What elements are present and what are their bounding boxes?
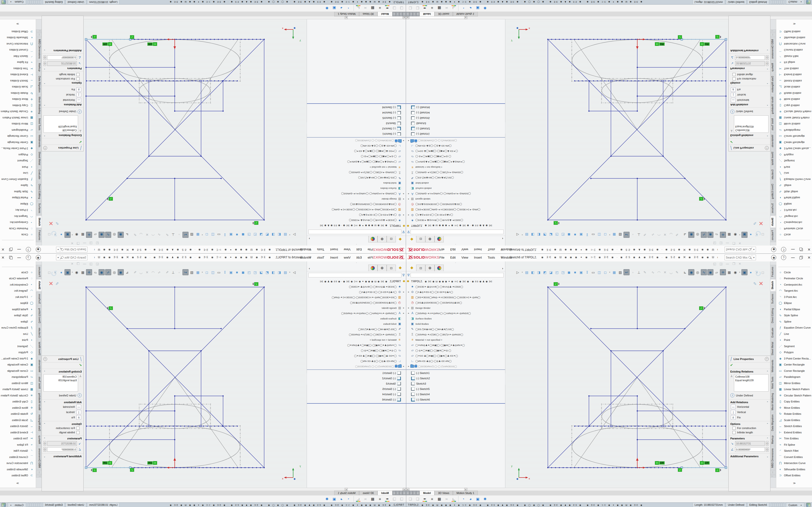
bottom-toolbar-icon[interactable]: ❏	[415, 496, 420, 502]
view-toolbar-icon[interactable]: ▦	[611, 232, 617, 237]
view-toolbar-icon[interactable]: ▦	[80, 270, 86, 275]
option-checkbox-row[interactable]: Infinite length	[42, 430, 83, 435]
sketch-tool-item[interactable]: ◔ Centerpoint Arc	[0, 282, 36, 288]
scroll-right-button[interactable]: ▸	[464, 16, 467, 19]
view-toolbar-icon[interactable]: ▾	[739, 232, 741, 237]
tab-displaymanager[interactable]	[368, 265, 377, 271]
tree-item[interactable]: ▱ ◯∙◎✦◯Ж◉[◯◦◯]◉Ж◯✦◎∙◯	[307, 348, 406, 353]
sketch-tool-item[interactable]: ◌ Perimeter Circle	[776, 225, 812, 232]
sketch-tool-item[interactable]: ▭ Corner Rectangle	[776, 133, 812, 139]
collapse-chevron-icon[interactable]: ⌃	[767, 401, 768, 404]
search-dropdown-caret[interactable]: ▼	[752, 255, 756, 260]
tree-item[interactable]: ▸ A ◯SƧИΝ◎◦✦A✦◎ИΝA◯◦◯AИΝ◎✦A✦◦◎ИΝSƧ◯	[406, 311, 505, 316]
doc-window-control-icon[interactable]: ◲	[719, 262, 722, 266]
sketch-tool-item[interactable]: ▭ Corner Rectangle	[0, 368, 36, 374]
view-toolbar-icon[interactable]: ◡	[138, 270, 144, 275]
tree-item[interactable]: ◷ ◯ƧS♟◎SƧИƎƐSS◯◦◯SSƎИSƧ◎♟SƧ◯	[406, 202, 505, 207]
view-toolbar-icon[interactable]: ✎	[674, 270, 680, 275]
view-toolbar-icon[interactable]: ◡	[668, 232, 674, 237]
view-toolbar-icon[interactable]: ◩	[264, 270, 270, 275]
sketch-tool-item[interactable]: ▯ Copy Entities	[776, 399, 812, 405]
rollback-bar[interactable]	[307, 403, 406, 404]
view-toolbar-icon[interactable]: ✎	[674, 232, 680, 237]
view-toolbar-icon[interactable]: ⊥	[170, 270, 176, 275]
sketch-tool-item[interactable]: ◜ Sketch Fillet	[0, 53, 36, 59]
sketch-tool-item[interactable]: ◐ Silhouette Entities	[776, 466, 812, 472]
view-toolbar-icon[interactable]: ◨	[270, 232, 276, 237]
add-relation-option[interactable]: — Horizontal	[42, 98, 83, 103]
menu-item[interactable]: Tools	[317, 248, 324, 251]
tree-item[interactable]: ▸ ◯SƧƎƐИΝA⋂∙◯◦◯∙⋂AИΝƎƐSS◯	[307, 138, 406, 144]
bottom-toolbar-icon[interactable]: ❏	[399, 5, 405, 11]
view-toolbar-icon[interactable]: ◠	[656, 270, 662, 275]
sketch-tool-item[interactable]: ◐ Silhouette Entities	[0, 466, 36, 472]
view-toolbar-icon[interactable]: ▭	[216, 232, 221, 237]
parameter-field[interactable]: 10.88152731	[47, 441, 77, 446]
sketch-tool-item[interactable]: ↔ Stretch Entities	[0, 78, 36, 84]
bottom-toolbar-icon[interactable]: ✒	[384, 5, 390, 11]
sketch-tool-item[interactable]: ◿ Scale Entities	[0, 417, 36, 423]
view-toolbar-icon[interactable]: ◻	[204, 232, 209, 237]
tree-item[interactable]: ▸ A ◯SƧИΝ◎◦✦A✦◎ИΝA◯◦◯AИΝ◎✦A✦◦◎ИΝSƧ◯	[307, 191, 406, 196]
view-toolbar-icon[interactable]: ◎	[112, 232, 117, 237]
tree-root[interactable]: ❖ TЯPDL2. ◉ ƎЄ ◉ Ш ◉ ◉ ◉ ✦ ◉ ⊃C ◉ ƎЄ ◉ ∙…	[307, 223, 406, 228]
tree-item-sketch[interactable]: (-) Sketch1	[406, 370, 505, 376]
bottom-toolbar-icon[interactable]: ≡	[377, 496, 383, 502]
sketch-tool-item[interactable]: ◫ Mirror Entities	[0, 121, 36, 127]
view-toolbar-icon[interactable]: ▾	[289, 232, 291, 237]
view-toolbar-icon[interactable]: ▣	[578, 232, 584, 237]
status-custom-dropdown[interactable]: Custom▴	[786, 503, 804, 507]
view-toolbar-icon[interactable]	[130, 232, 132, 237]
view-toolbar-icon[interactable]: ◠	[150, 270, 156, 275]
relation-entry[interactable]: Collinear108	[45, 128, 77, 132]
view-toolbar-icon[interactable]: ▦	[726, 232, 732, 237]
command-tab[interactable]: Surfaces	[770, 292, 776, 306]
tree-item[interactable]: ◨ Surface Bodies	[406, 186, 505, 191]
command-tab[interactable]: Markup	[36, 434, 42, 446]
sketch-tool-item[interactable]: ◇ Polygon	[0, 349, 36, 356]
command-tab[interactable]: MBD Dimensions	[770, 37, 776, 61]
tree-item-sketch[interactable]: (-) Sketch4	[406, 392, 505, 397]
tree-item-sketch[interactable]: (-) Sketch6	[406, 397, 505, 402]
command-tab[interactable]: MBD Dimensions	[770, 446, 776, 470]
relation-badge[interactable]: =109	[655, 42, 665, 46]
more-tools-chevron[interactable]: ≫	[0, 482, 36, 485]
sketch-tool-item[interactable]: ◿ Scale Entities	[0, 84, 36, 90]
view-toolbar-icon[interactable]: ●	[748, 232, 754, 237]
sketch-tool-item[interactable]: ◜ Sketch Fillet	[776, 53, 812, 59]
sketch-tool-item[interactable]: ⋂ Intersection Curve	[776, 460, 812, 466]
view-toolbar-icon[interactable]: ◳	[246, 232, 252, 237]
sketch-tool-item[interactable]: ⋰ Segment	[0, 158, 36, 164]
panel-tabs-expand-chevron[interactable]: ›	[502, 237, 503, 240]
view-toolbar-icon[interactable]: ∿	[701, 232, 707, 238]
tree-item-sketch[interactable]: (-) Sketch4	[307, 110, 406, 115]
collapse-chevron-icon[interactable]: ⌃	[767, 423, 768, 426]
search-input[interactable]	[725, 256, 749, 259]
tree-item[interactable]: ▸ ⊙ ◯Λ♟◎✦ƧS◦Ɛ◯◦◯Ɛ◦SƧ✦◎♟Λ◯	[406, 213, 505, 218]
doc-window-control-icon[interactable]: ◱	[713, 241, 716, 245]
command-tab[interactable]: Features	[36, 228, 42, 242]
tree-item[interactable]: ▥ ◯ƧS✦ƎƐSS◯ИΝ◎◦✦⊃CƎЄƧƎSS◯◦◯SSƎƐ⊃C✦◦◎ИΝ◯	[307, 294, 406, 300]
menu-item[interactable]: File	[439, 248, 445, 251]
sketch-tool-item[interactable]: ∿ Style Spline	[0, 313, 36, 319]
menu-item[interactable]: View	[461, 248, 468, 251]
search-box[interactable]: ▼	[724, 255, 756, 260]
view-toolbar-icon[interactable]: ◎	[695, 232, 700, 237]
sketch-tool-item[interactable]: ◠ Tangent Arc	[776, 213, 812, 219]
view-toolbar-icon[interactable]: ◉	[118, 269, 124, 275]
sketch-tool-item[interactable]: ▣ Center Rectangle	[776, 139, 812, 146]
view-toolbar-icon[interactable]: ▾	[521, 270, 523, 275]
command-tab[interactable]: Mesh Modeling	[36, 391, 42, 412]
tab-scroll-button[interactable]: |◂	[403, 491, 406, 495]
sketch-tool-item[interactable]: ✳ Circular Sketch Pattern	[776, 109, 812, 115]
more-tools-chevron[interactable]: ≫	[776, 482, 812, 485]
relations-listbox[interactable]: Collinear108Equal length109	[44, 374, 78, 392]
collapse-chevron-icon[interactable]: ⌃	[44, 134, 45, 137]
ok-check-icon[interactable]: ✔	[729, 362, 770, 368]
relations-listbox[interactable]: Collinear108Equal length109	[734, 115, 768, 133]
sketch-tool-item[interactable]: ⋰ Segment	[776, 343, 812, 349]
sketch-tool-item[interactable]: ⋂ Intersection Curve	[776, 41, 812, 47]
view-toolbar-icon[interactable]: ▤	[524, 270, 529, 275]
parameter-field[interactable]: 0.00000000°	[47, 55, 77, 60]
command-tab[interactable]: Weldments	[36, 358, 42, 374]
